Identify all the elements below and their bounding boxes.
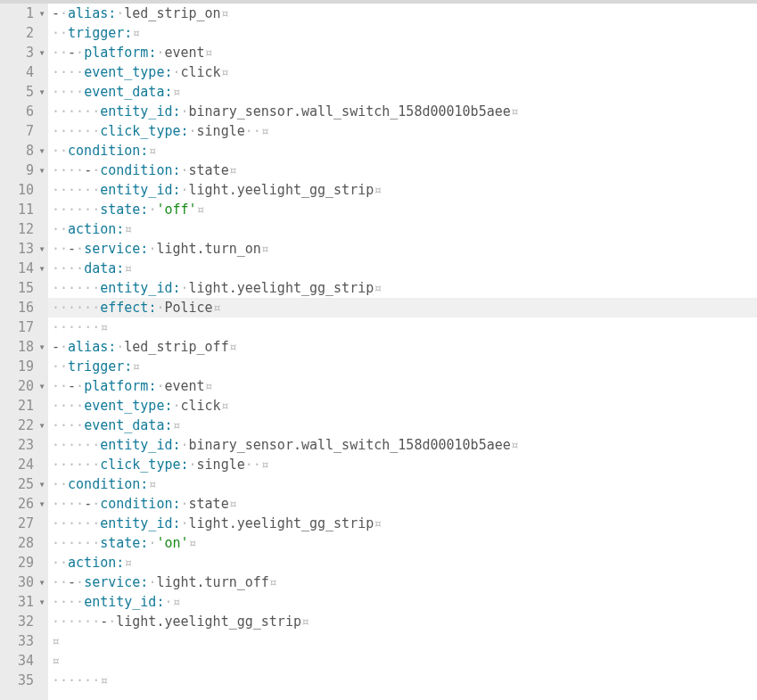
whitespace-dots: ······ (52, 614, 100, 630)
yaml-dash: - (68, 45, 76, 61)
fold-toggle-icon[interactable]: ▾ (36, 141, 48, 161)
fold-toggle-icon[interactable]: ▾ (36, 572, 48, 592)
fold-toggle-icon[interactable]: ▾ (36, 337, 48, 357)
yaml-key: condition (68, 476, 140, 492)
code-line[interactable]: ····data:¤ (48, 259, 757, 278)
yaml-key: entity_id (100, 103, 172, 119)
code-line[interactable]: ······-·light.yeelight_gg_strip¤ (48, 612, 757, 631)
yaml-value: light.turn_off (156, 574, 268, 590)
fold-toggle-icon[interactable]: ▾ (36, 592, 48, 612)
fold-toggle-icon[interactable]: ▾ (36, 376, 48, 396)
code-line[interactable]: ··condition:¤ (48, 141, 757, 161)
code-line[interactable]: ······entity_id:·binary_sensor.wall_swit… (48, 102, 757, 121)
whitespace-dots: · (181, 437, 189, 453)
fold-toggle-icon[interactable]: ▾ (36, 416, 48, 435)
code-line[interactable]: ··action:¤ (48, 219, 757, 239)
code-line[interactable]: ··action:¤ (48, 553, 757, 572)
code-area[interactable]: -·alias:·led_strip_on¤··trigger:¤··-·pla… (48, 4, 757, 700)
whitespace-dots: ·· (52, 555, 68, 571)
code-line[interactable]: ····event_data:¤ (48, 82, 757, 102)
line-number: 24 (0, 455, 37, 474)
yaml-dash: - (52, 5, 60, 21)
whitespace-dots: ···· (52, 417, 84, 433)
code-line[interactable]: -·alias:·led_strip_off¤ (48, 337, 757, 357)
code-line[interactable]: ······entity_id:·light.yeelight_gg_strip… (48, 180, 757, 200)
code-line[interactable]: ······click_type:·single··¤ (48, 121, 757, 141)
code-line[interactable]: ····-·condition:·state¤ (48, 161, 757, 180)
yaml-colon: : (124, 358, 132, 375)
code-line[interactable]: ······¤ (48, 671, 757, 690)
yaml-colon: : (116, 221, 124, 237)
yaml-colon: : (124, 25, 132, 41)
newline-glyph: ¤ (172, 417, 180, 433)
fold-toggle-icon[interactable]: ▾ (36, 259, 48, 278)
newline-glyph: ¤ (221, 64, 229, 80)
whitespace-dots: ·· (52, 574, 68, 590)
code-line[interactable]: ··-·platform:·event¤ (48, 43, 757, 62)
fold-toggle-icon[interactable]: ▾ (36, 239, 48, 259)
code-line[interactable]: -·alias:·led_strip_on¤ (48, 4, 757, 23)
code-line[interactable]: ¤ (48, 651, 757, 671)
line-number: 3 (0, 43, 37, 62)
code-line[interactable]: ··-·service:·light.turn_off¤ (48, 572, 757, 592)
yaml-key: platform (84, 45, 148, 61)
yaml-value: light.yeelight_gg_strip (189, 515, 374, 531)
code-line[interactable]: ··-·service:·light.turn_on¤ (48, 239, 757, 259)
yaml-colon: : (116, 555, 124, 571)
whitespace-dots: ···· (52, 398, 84, 414)
line-number: 2 (0, 23, 37, 43)
whitespace-dots: · (181, 182, 189, 198)
code-line[interactable]: ····-·condition:·state¤ (48, 494, 757, 514)
code-line[interactable]: ··condition:¤ (48, 474, 757, 494)
line-number: 19 (0, 357, 37, 376)
yaml-value: binary_sensor.wall_switch_158d00010b5aee (189, 437, 511, 453)
yaml-dash: - (84, 496, 92, 512)
whitespace-dots: ·· (52, 358, 68, 375)
code-line[interactable]: ····event_type:·click¤ (48, 396, 757, 416)
code-line[interactable]: ······state:·'off'¤ (48, 200, 757, 219)
whitespace-dots: ···· (52, 496, 84, 512)
whitespace-dots: ······ (52, 280, 100, 296)
yaml-dash: - (68, 378, 76, 394)
code-line[interactable]: ··-·platform:·event¤ (48, 376, 757, 396)
code-line[interactable]: ····entity_id:·¤ (48, 592, 757, 612)
line-number: 8 (0, 141, 37, 161)
whitespace-dots: · (189, 123, 197, 139)
code-line[interactable]: ······entity_id:·light.yeelight_gg_strip… (48, 278, 757, 298)
fold-toggle-icon[interactable]: ▾ (36, 43, 48, 62)
code-line[interactable]: ··trigger:¤ (48, 357, 757, 376)
code-line[interactable]: ······state:·'on'¤ (48, 533, 757, 553)
code-line[interactable]: ··trigger:¤ (48, 23, 757, 43)
yaml-key: entity_id (100, 437, 172, 453)
newline-glyph: ¤ (269, 574, 277, 590)
newline-glyph: ¤ (213, 300, 221, 316)
fold-toggle-icon[interactable]: ▾ (36, 161, 48, 180)
whitespace-dots: ······ (52, 103, 100, 119)
yaml-key: event_data (84, 84, 164, 100)
code-line[interactable]: ······entity_id:·binary_sensor.wall_swit… (48, 435, 757, 455)
code-line[interactable]: ······effect:·Police¤ (48, 298, 757, 317)
code-line[interactable]: ¤ (48, 631, 757, 651)
yaml-key: data (84, 260, 116, 276)
newline-glyph: ¤ (261, 241, 269, 257)
yaml-key: condition (68, 143, 140, 159)
whitespace-dots: ······ (52, 535, 100, 551)
code-line[interactable]: ····event_type:·click¤ (48, 62, 757, 82)
code-line[interactable]: ······¤ (48, 317, 757, 337)
fold-toggle-icon[interactable]: ▾ (36, 474, 48, 494)
code-line[interactable]: ······entity_id:·light.yeelight_gg_strip… (48, 514, 757, 533)
whitespace-dots: ······ (52, 437, 100, 453)
fold-toggle-icon[interactable]: ▾ (36, 494, 48, 514)
yaml-colon: : (181, 123, 189, 139)
code-line[interactable]: ······click_type:·single··¤ (48, 455, 757, 474)
line-number: 10 (0, 180, 37, 200)
fold-toggle-icon[interactable]: ▾ (36, 82, 48, 102)
fold-toggle-icon[interactable]: ▾ (36, 4, 48, 23)
newline-glyph: ¤ (132, 25, 140, 41)
code-line[interactable]: ····event_data:¤ (48, 416, 757, 435)
code-editor[interactable]: 1234567891011121314151617181920212223242… (0, 0, 757, 700)
line-number: 25 (0, 474, 37, 494)
yaml-value: light.turn_on (156, 241, 260, 257)
fold-column[interactable]: ▾▾▾▾▾▾▾▾▾▾▾▾▾▾ (37, 4, 48, 700)
yaml-colon: : (172, 162, 180, 178)
